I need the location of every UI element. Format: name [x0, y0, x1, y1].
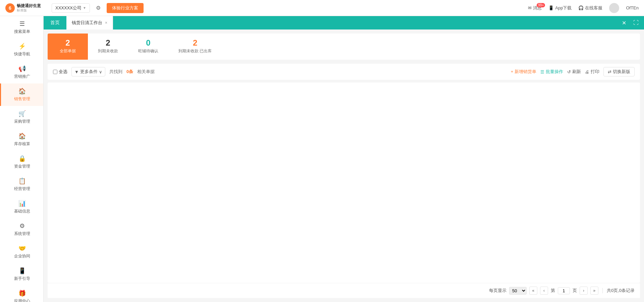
logo-icon: 6 [5, 3, 15, 13]
sidebar-item-system[interactable]: ⚙系统管理 [0, 218, 43, 241]
stat-item-overdue-out[interactable]: 2到期未收款 已出库 [168, 34, 222, 60]
sidebar-label-purchase: 采购管理 [14, 119, 30, 124]
batch-icon: ☰ [540, 69, 544, 74]
refresh-button[interactable]: ↺ 刷新 [567, 69, 581, 75]
company-selector[interactable]: XXXXXX公司 ▼ [52, 3, 90, 13]
minimize-icon[interactable]: ✕ [619, 18, 629, 27]
app-download-button[interactable]: 📱 App下载 [548, 5, 572, 11]
stat-item-overdue[interactable]: 2到期未收款 [88, 34, 128, 60]
sidebar-label-finance: 资金管理 [14, 164, 30, 169]
filter-arrow-icon: ∨ [99, 69, 102, 74]
page-number-input[interactable] [558, 287, 570, 294]
layout: ☰搜索菜单⚡快捷导航📢营销推广🏠销售管理🛒采购管理🏠库存核算🔒资金管理📋经营管理… [0, 16, 644, 302]
stat-number-overdue: 2 [98, 38, 118, 48]
active-tab-label: 钱货日清工作台 [72, 20, 102, 26]
filter-button[interactable]: ▼ 更多条件 ∨ [71, 67, 105, 76]
experience-button[interactable]: 体验行业方案 [107, 3, 144, 13]
table-area [48, 82, 640, 283]
sidebar-label-app-center: 应用中心 [14, 298, 30, 302]
sidebar-item-app-center[interactable]: 🎁应用中心 [0, 286, 43, 302]
sidebar-item-basic-info[interactable]: 📊基础信息 [0, 196, 43, 218]
download-icon: 📱 [548, 5, 554, 10]
select-all-checkbox[interactable]: 全选 [53, 69, 67, 75]
stat-item-all[interactable]: 2全部单据 [48, 34, 88, 60]
sidebar-item-marketing[interactable]: 📢营销推广 [0, 61, 43, 83]
logo-area: 6 畅捷通好生意 标准版 [5, 3, 49, 13]
print-button[interactable]: 🖨 打印 [585, 69, 599, 75]
dropdown-arrow-icon: ▼ [83, 6, 86, 10]
sidebar-item-cooperation[interactable]: 🤝企业协同 [0, 241, 43, 263]
per-page-select[interactable]: 102050100 [509, 287, 527, 295]
select-all-label: 全选 [59, 69, 67, 75]
first-page-button[interactable]: « [529, 287, 537, 295]
sidebar-item-quick-nav[interactable]: ⚡快捷导航 [0, 39, 43, 61]
logo-title: 畅捷通好生意 [17, 3, 41, 8]
sidebar: ☰搜索菜单⚡快捷导航📢营销推广🏠销售管理🛒采购管理🏠库存核算🔒资金管理📋经营管理… [0, 16, 44, 302]
sidebar-item-search-menu[interactable]: ☰搜索菜单 [0, 16, 43, 39]
found-suffix: 相关单据 [137, 69, 155, 75]
app-download-label: App下载 [555, 5, 572, 11]
service-label: 在线客服 [585, 5, 602, 11]
switch-label: 切换新版 [613, 69, 630, 75]
sidebar-label-quick-nav: 快捷导航 [14, 51, 30, 57]
prev-page-button[interactable]: ‹ [540, 287, 548, 295]
sidebar-icon-app-center: 🎁 [18, 290, 26, 297]
sidebar-label-marketing: 营销推广 [14, 74, 30, 79]
sidebar-item-sales[interactable]: 🏠销售管理 [0, 83, 43, 106]
filter-icon: ▼ [74, 69, 79, 74]
sidebar-label-basic-info: 基础信息 [14, 208, 30, 214]
switch-icon: ⇄ [608, 69, 611, 74]
stat-label-pending: 旺辅待确认 [138, 48, 158, 54]
sidebar-item-finance[interactable]: 🔒资金管理 [0, 151, 43, 173]
found-prefix: 共找到 [109, 69, 122, 75]
print-icon: 🖨 [585, 69, 589, 74]
sidebar-label-sales: 销售管理 [14, 96, 30, 102]
stat-label-overdue: 到期未收款 [98, 48, 118, 54]
online-service-button[interactable]: 🎧 在线客服 [578, 5, 602, 11]
service-icon: 🎧 [578, 5, 584, 10]
settings-icon[interactable]: ⚙ [93, 3, 103, 13]
stat-item-pending[interactable]: 0旺辅待确认 [128, 34, 168, 60]
home-tab[interactable]: 首页 [44, 16, 66, 29]
sidebar-item-guide[interactable]: 📱新手引导 [0, 263, 43, 286]
message-button[interactable]: ✉ 消息 99+ [528, 5, 542, 11]
total-records: 共0页,0条记录 [607, 288, 635, 294]
found-count: 0条 [126, 69, 133, 75]
main-content: 首页 钱货日清工作台 × ✕ ⛶ 2全部单据2到期未收款0旺辅待确认2到期未收款… [44, 16, 644, 302]
sidebar-icon-basic-info: 📊 [18, 200, 26, 207]
active-tab[interactable]: 钱货日清工作台 × [66, 16, 113, 29]
last-page-button[interactable]: » [590, 287, 598, 295]
sidebar-item-inventory[interactable]: 🏠库存核算 [0, 128, 43, 151]
logo-text: 畅捷通好生意 标准版 [17, 3, 41, 12]
sidebar-icon-purchase: 🛒 [18, 110, 26, 117]
top-right-actions: ✉ 消息 99+ 📱 App下载 🎧 在线客服 OfTEn [528, 3, 639, 13]
user-info[interactable]: OfTEn [626, 5, 639, 10]
sidebar-label-system: 系统管理 [14, 231, 30, 237]
logo-sub: 标准版 [17, 8, 41, 12]
switch-version-button[interactable]: ⇄ 切换新版 [603, 67, 635, 76]
sidebar-item-purchase[interactable]: 🛒采购管理 [0, 106, 43, 128]
select-all-input[interactable] [53, 70, 57, 74]
sidebar-item-operations[interactable]: 📋经营管理 [0, 173, 43, 196]
avatar[interactable] [609, 3, 619, 13]
sidebar-icon-inventory: 🏠 [18, 132, 26, 140]
sidebar-icon-quick-nav: ⚡ [18, 43, 26, 50]
tab-close-icon[interactable]: × [105, 20, 107, 25]
batch-operation-button[interactable]: ☰ 批量操作 [540, 69, 563, 75]
toolbar: 全选 ▼ 更多条件 ∨ 共找到 0条 相关单据 + 新增销货单 ☰ 批量操作 [48, 64, 640, 80]
maximize-icon[interactable]: ⛶ [631, 18, 641, 27]
toolbar-right: + 新增销货单 ☰ 批量操作 ↺ 刷新 🖨 打印 ⇄ [511, 67, 635, 76]
tab-actions: ✕ ⛶ [619, 18, 644, 27]
stat-number-overdue-out: 2 [178, 38, 212, 48]
next-page-button[interactable]: › [580, 287, 588, 295]
stats-row: 2全部单据2到期未收款0旺辅待确认2到期未收款 已出库 [48, 34, 640, 60]
divider [602, 288, 603, 293]
company-name: XXXXXX公司 [55, 5, 82, 11]
page-content: 2全部单据2到期未收款0旺辅待确认2到期未收款 已出库 全选 ▼ 更多条件 ∨ … [44, 29, 644, 302]
new-sale-button[interactable]: + 新增销货单 [511, 69, 536, 75]
refresh-label: 刷新 [572, 69, 581, 75]
sidebar-icon-operations: 📋 [18, 177, 26, 185]
sidebar-label-inventory: 库存核算 [14, 141, 30, 147]
user-name-text: OfTEn [626, 5, 639, 10]
sidebar-icon-system: ⚙ [19, 222, 25, 230]
